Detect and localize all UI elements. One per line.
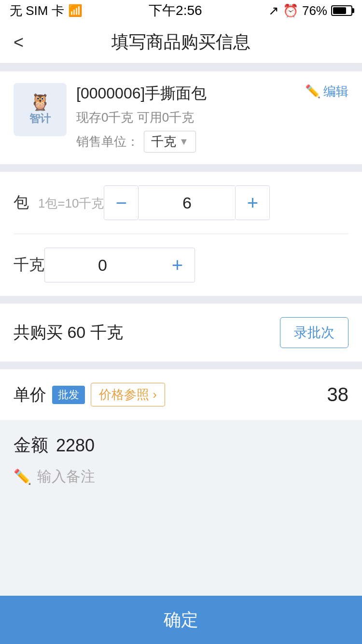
divider-1	[0, 164, 362, 172]
bag-label: 包	[14, 194, 29, 211]
remark-placeholder: 输入备注	[37, 467, 95, 487]
unit-value: 千克	[151, 133, 176, 150]
nav-bar: < 填写商品购买信息	[0, 21, 362, 64]
product-thumbnail: 🦉 智计	[14, 83, 67, 136]
carrier-text: 无 SIM 卡	[10, 2, 64, 19]
bag-minus-button[interactable]: −	[104, 185, 139, 220]
kg-label: 千克	[14, 254, 44, 276]
unit-selector[interactable]: 千克 ▼	[144, 131, 196, 153]
price-section: 单价 批发 价格参照 › 38	[0, 369, 362, 420]
status-bar: 无 SIM 卡 📶 下午2:56 ↗ ⏰ 76%	[0, 0, 362, 21]
edit-button[interactable]: ✏️ 编辑	[305, 83, 348, 100]
remark-icon: ✏️	[14, 468, 31, 485]
remark-row[interactable]: ✏️ 输入备注	[14, 467, 348, 500]
price-label-row: 单价 批发 价格参照 ›	[14, 383, 165, 406]
kg-quantity-input[interactable]	[44, 248, 160, 282]
amount-value: 2280	[56, 435, 95, 456]
wifi-icon: 📶	[68, 4, 83, 17]
back-button[interactable]: <	[14, 32, 24, 53]
status-time: 下午2:56	[149, 1, 202, 20]
product-unit-row: 销售单位： 千克 ▼	[76, 131, 348, 153]
price-value: 38	[327, 384, 349, 406]
bag-label-group: 包 1包=10千克	[14, 192, 104, 213]
kg-plus-button[interactable]: +	[160, 248, 195, 282]
divider-2	[0, 296, 362, 304]
product-stock: 现存0千克 可用0千克	[76, 109, 348, 126]
price-label: 单价	[14, 384, 46, 406]
status-left: 无 SIM 卡 📶	[10, 2, 83, 19]
location-icon: ↗	[268, 3, 279, 18]
amount-section: 金额 2280 ✏️ 输入备注	[0, 420, 362, 500]
bag-hint: 1包=10千克	[38, 196, 104, 210]
kg-quantity-controls: +	[44, 248, 195, 282]
bag-quantity-row: 包 1包=10千克 − +	[14, 172, 348, 234]
edit-icon: ✏️	[305, 84, 320, 99]
amount-label: 金额	[14, 434, 48, 457]
summary-text: 共购买 60 千克	[14, 322, 123, 344]
price-type-tag: 批发	[52, 386, 85, 404]
battery-percent: 76%	[302, 3, 327, 18]
bag-plus-button[interactable]: +	[235, 185, 270, 220]
unit-label: 销售单位：	[76, 133, 139, 150]
summary-section: 共购买 60 千克 录批次	[0, 304, 362, 362]
edit-label: 编辑	[323, 83, 348, 100]
confirm-button[interactable]: 确定	[0, 596, 362, 644]
kg-quantity-row: 千克 +	[14, 234, 348, 296]
alarm-icon: ⏰	[283, 3, 298, 18]
top-divider	[0, 64, 362, 71]
batch-button[interactable]: 录批次	[280, 317, 348, 348]
product-card: 🦉 智计 [0000006]手撕面包 现存0千克 可用0千克 销售单位： 千克 …	[0, 71, 362, 164]
price-reference-button[interactable]: 价格参照 ›	[91, 383, 165, 406]
thumbnail-text: 智计	[29, 112, 51, 126]
page-title: 填写商品购买信息	[111, 30, 251, 54]
amount-row: 金额 2280	[14, 434, 348, 467]
dropdown-arrow: ▼	[179, 136, 189, 147]
bag-quantity-controls: − +	[104, 185, 270, 220]
battery-icon	[331, 5, 352, 16]
quantity-section: 包 1包=10千克 − + 千克 +	[0, 172, 362, 296]
bag-quantity-input[interactable]	[139, 185, 235, 220]
divider-3	[0, 362, 362, 369]
status-right: ↗ ⏰ 76%	[268, 3, 352, 18]
